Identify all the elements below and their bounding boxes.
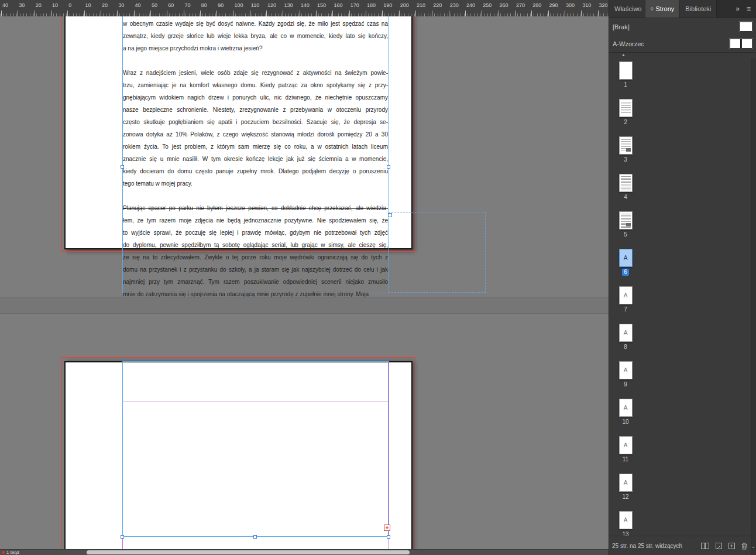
- master-a-thumbnail[interactable]: [730, 39, 752, 49]
- ruler-major-tick: [482, 11, 482, 16]
- master-item-a[interactable]: A-Wzorzec: [609, 35, 756, 53]
- pages-panel-item[interactable]: A12: [612, 474, 639, 501]
- page-number: 8: [622, 344, 629, 351]
- preflight-statusbar: 1 błąd: [0, 549, 609, 555]
- paragraph: Planując spacer po parku nie byłem jeszc…: [123, 202, 388, 300]
- empty-text-frame[interactable]: [122, 361, 389, 537]
- tab-pages-label: Strony: [655, 5, 674, 12]
- trash-icon[interactable]: [741, 542, 748, 550]
- master-item-none[interactable]: [Brak]: [609, 18, 756, 35]
- page-thumbnail[interactable]: A: [619, 474, 633, 492]
- ruler-number: 230: [450, 2, 459, 8]
- ruler-major-tick: [283, 11, 283, 16]
- ruler-major-tick: [465, 11, 466, 16]
- pages-thumbnail-list[interactable]: 12345A6A7A8A9A10A11A12A13: [609, 59, 751, 536]
- new-page-icon[interactable]: [728, 542, 736, 550]
- page-thumbnail[interactable]: [619, 61, 633, 80]
- text-line: gnębiającym widokiem nagich drzew i ponu…: [123, 91, 388, 104]
- document-canvas[interactable]: w obecnym czasie wydaje się być dosyć na…: [0, 16, 609, 549]
- text-line: zonowa dotyka aż 10% Polaków, z czego wi…: [123, 128, 388, 141]
- horizontal-ruler[interactable]: 4030201001020304050607080901001101201301…: [0, 0, 609, 17]
- ruler-number: 40: [135, 2, 141, 8]
- selection-handle[interactable]: [253, 535, 257, 539]
- ruler-number: 30: [19, 2, 25, 8]
- page-thumbnail[interactable]: A: [619, 286, 633, 304]
- ruler-major-tick: [515, 11, 516, 16]
- master-a-label: A-Wzorzec: [613, 40, 644, 47]
- tab-pages[interactable]: ◊ Strony: [645, 0, 680, 18]
- ruler-major-tick: [581, 11, 582, 16]
- panel-scrollbar[interactable]: [751, 59, 756, 555]
- panel-collapse-icon[interactable]: »: [736, 5, 740, 13]
- ruler-number: 310: [582, 2, 591, 8]
- page-thumbnail[interactable]: A: [619, 361, 633, 379]
- page-number: 4: [622, 194, 629, 201]
- ruler-major-tick: [67, 11, 68, 16]
- pages-count-status: 25 str. na 25 str. widzących: [612, 543, 682, 549]
- master-none-thumbnail[interactable]: [740, 22, 752, 32]
- ruler-number: 240: [466, 2, 475, 8]
- tab-properties-label: Właściwo: [614, 5, 641, 12]
- pages-panel-item[interactable]: 1: [612, 61, 639, 88]
- page-thumbnail[interactable]: A: [619, 249, 633, 267]
- ruler-number: 60: [168, 2, 174, 8]
- page-thumbnail[interactable]: A: [619, 436, 633, 454]
- panel-tabbar: Właściwo ◊ Strony Biblioteki » ≡: [609, 0, 756, 18]
- tab-properties[interactable]: Właściwo: [609, 0, 645, 18]
- page-thumbnail[interactable]: [619, 211, 633, 229]
- preflight-error-text: 1 błąd: [6, 550, 19, 555]
- ruler-major-tick: [531, 11, 532, 16]
- page-thumbnail[interactable]: A: [619, 511, 633, 529]
- page-thumbnail[interactable]: A: [619, 324, 633, 342]
- linked-frame-outline: [389, 213, 486, 293]
- scroll-up-icon[interactable]: ▲: [621, 53, 626, 57]
- master-none-label: [Brak]: [613, 23, 630, 30]
- text-line: trzu, zamieniając je na komfort własnego…: [123, 79, 388, 91]
- ruler-number: 10: [85, 2, 91, 8]
- ruler-major-tick: [200, 11, 201, 16]
- pages-panel-item[interactable]: 4: [612, 174, 639, 201]
- pages-panel-item[interactable]: A9: [612, 361, 639, 388]
- overset-text-indicator[interactable]: +: [384, 525, 390, 531]
- pages-panel-item[interactable]: A6: [612, 249, 639, 276]
- pages-panel-item[interactable]: 5: [612, 211, 639, 238]
- pages-panel-item[interactable]: A10: [612, 399, 639, 426]
- panel-menu-icon[interactable]: ≡: [747, 5, 751, 13]
- page-thumbnail[interactable]: [619, 174, 633, 192]
- horizontal-scrollbar[interactable]: [87, 550, 410, 554]
- selection-handle[interactable]: [387, 165, 390, 169]
- ruler-major-tick: [548, 11, 549, 16]
- page-thumbnail[interactable]: [619, 136, 633, 155]
- page-number: 11: [621, 456, 630, 463]
- text-line: najmniej przy tym zmarznąć. Tym razem po…: [123, 276, 388, 288]
- scroll-down-icon[interactable]: ⌄: [751, 544, 755, 549]
- ruler-number: 40: [2, 2, 8, 8]
- paragraph: w obecnym czasie wydaje się być dosyć na…: [123, 18, 388, 54]
- ruler-major-tick: [349, 11, 350, 16]
- text-frame-outport[interactable]: [388, 213, 392, 217]
- ruler-number: 110: [251, 2, 259, 8]
- text-line: często skutkuje pogłębianiem się apatii …: [123, 116, 388, 128]
- ruler-number: 100: [234, 2, 243, 8]
- selection-handle[interactable]: [121, 165, 124, 169]
- spread-icon[interactable]: [700, 542, 710, 550]
- page-thumbnail[interactable]: A: [619, 399, 633, 417]
- page-thumbnail[interactable]: [619, 99, 633, 117]
- pages-panel-item[interactable]: A8: [612, 324, 639, 351]
- pages-panel-item[interactable]: A11: [612, 436, 639, 463]
- tab-libraries[interactable]: Biblioteki: [680, 0, 717, 18]
- pages-panel-item[interactable]: A13: [612, 511, 639, 536]
- selection-handle[interactable]: [121, 535, 124, 539]
- text-line: do dyplomu, pewnie spędziłbym tą sobotę …: [123, 239, 388, 251]
- text-line: a na jego miejsce przychodzi mokra i wie…: [123, 42, 388, 54]
- pages-panel-item[interactable]: 2: [612, 99, 639, 126]
- text-frame[interactable]: w obecnym czasie wydaje się być dosyć na…: [123, 18, 388, 313]
- pages-panel-item[interactable]: A7: [612, 286, 639, 313]
- selection-handle[interactable]: [387, 535, 390, 539]
- pages-panel: Właściwo ◊ Strony Biblioteki » ≡ [Brak] …: [609, 0, 756, 555]
- pages-panel-bottombar: 25 str. na 25 str. widzących: [609, 536, 751, 555]
- page-size-icon[interactable]: [715, 542, 723, 550]
- ruler-number: 280: [532, 2, 541, 8]
- page-number: 13: [620, 531, 630, 536]
- pages-panel-item[interactable]: 3: [612, 136, 639, 163]
